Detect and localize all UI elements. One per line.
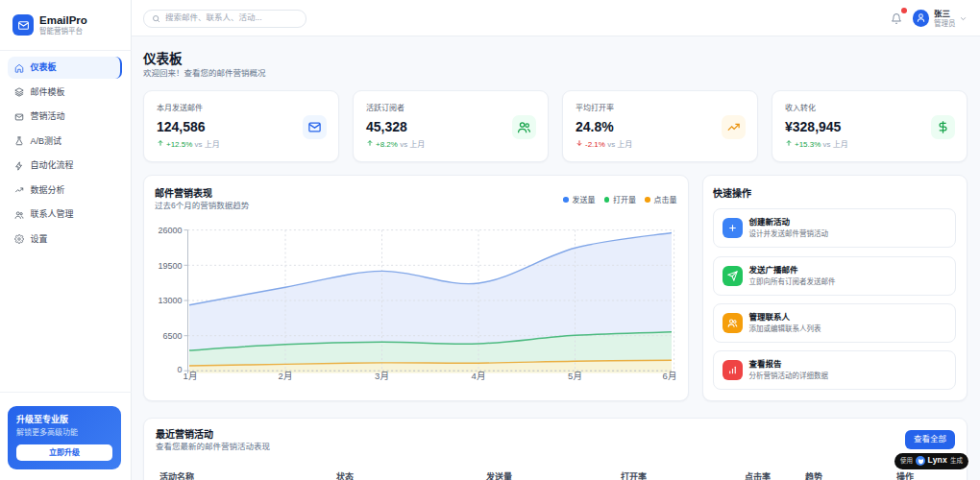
svg-text:13000: 13000 <box>158 296 182 305</box>
svg-text:19500: 19500 <box>158 261 182 271</box>
svg-text:4月: 4月 <box>472 371 486 381</box>
svg-text:2月: 2月 <box>279 371 293 381</box>
svg-text:5月: 5月 <box>568 371 582 381</box>
svg-text:6月: 6月 <box>663 371 677 381</box>
svg-text:6500: 6500 <box>162 331 182 341</box>
svg-text:26000: 26000 <box>158 226 182 235</box>
svg-text:1月: 1月 <box>184 371 198 381</box>
svg-text:3月: 3月 <box>375 371 389 381</box>
svg-text:0: 0 <box>177 365 182 374</box>
